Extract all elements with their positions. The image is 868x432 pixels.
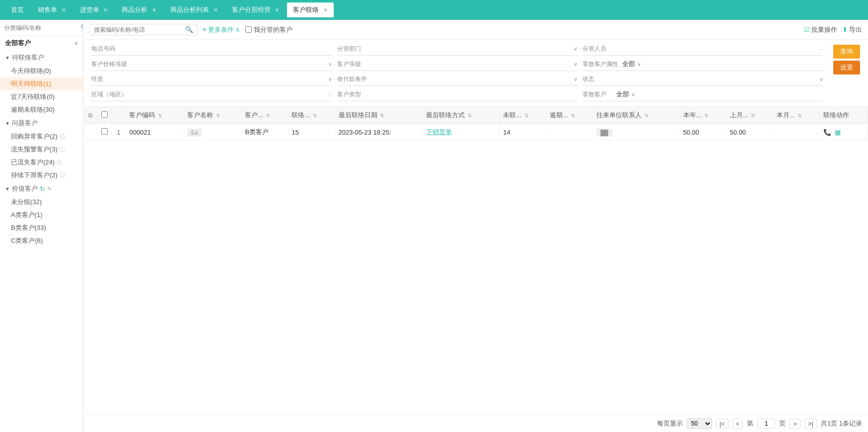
more-conditions-btn[interactable]: ≡ 更多条件 ∧ (203, 25, 240, 34)
sidebar-item-class-b[interactable]: B类客户(33) (0, 221, 83, 234)
sort-last-date[interactable]: ⇅ (380, 113, 384, 118)
info-icon-3: ⓘ (57, 159, 62, 166)
price-level-arrow[interactable]: ∨ (328, 61, 332, 68)
value-refresh-icon[interactable]: ↻ (40, 185, 45, 193)
row-contacts: 15 (289, 124, 335, 141)
sort-code[interactable]: ⇅ (158, 113, 162, 118)
nav-purchase[interactable]: 进货单 ✕ (74, 2, 114, 17)
col-last-date: 最后联络日期 ⇅ (335, 107, 423, 124)
nature-input[interactable] (125, 76, 328, 83)
export-btn[interactable]: ⬆ 导出 (842, 25, 862, 34)
sort-contacts[interactable]: ⇅ (313, 113, 317, 118)
sidebar-item-class-a[interactable]: A类客户(1) (0, 209, 83, 221)
customer-level-input[interactable] (371, 61, 574, 68)
sidebar-item-7days[interactable]: 近7天待联络(0) (0, 90, 83, 103)
status-input[interactable] (616, 76, 819, 83)
select-all-checkbox[interactable] (101, 111, 108, 118)
next-page-btn[interactable]: > (790, 419, 800, 429)
sidebar-item-class-c[interactable]: C类客户(6) (0, 234, 83, 247)
sidebar-item-overdue[interactable]: 逾期未联络(30) (0, 103, 83, 116)
prev-page-btn[interactable]: < (732, 419, 743, 429)
sort-last-month[interactable]: ⇅ (751, 113, 755, 118)
batch-ops-btn[interactable]: ☑ 批量操作 (804, 25, 837, 34)
nav-customer-contact-close[interactable]: ✕ (323, 7, 328, 13)
my-customers-checkbox-wrap[interactable]: 我分管的客户 (245, 25, 292, 34)
call-action-icon[interactable]: 📞 (823, 129, 831, 136)
value-edit-icon[interactable]: ✎ (47, 186, 52, 192)
sidebar-item-repurchase[interactable]: 回购异常客户(2) ⓘ (0, 130, 83, 143)
sidebar-search-input[interactable] (4, 24, 78, 31)
sort-name[interactable]: ⇅ (216, 113, 220, 118)
sort-this-year[interactable]: ⇅ (704, 113, 708, 118)
sort-this-month[interactable]: ⇅ (797, 113, 801, 118)
nav-product-analysis[interactable]: 商品分析 ✕ (116, 2, 162, 17)
page-number-input[interactable] (757, 419, 775, 429)
page-size-label: 每页显示 (657, 419, 683, 428)
col-code: 客户编码 ⇅ (126, 107, 184, 124)
export-icon: ⬆ (842, 26, 848, 33)
search-input[interactable] (94, 26, 183, 33)
my-customers-checkbox[interactable] (245, 26, 252, 33)
col-overdue: 逾期... ⇅ (547, 107, 593, 124)
dept-input[interactable] (371, 46, 574, 53)
region-label: 区域（地区） (91, 90, 127, 99)
retail-attr-arrow[interactable]: ∨ (637, 61, 641, 68)
status-arrow[interactable]: ∨ (819, 76, 823, 82)
col-unit-contact: 往来单位联系人 ⇅ (593, 107, 680, 124)
search-input-wrap: 🔍 (89, 24, 198, 35)
sort-type[interactable]: ⇅ (266, 113, 270, 118)
search-execute-icon[interactable]: 🔍 (185, 26, 193, 33)
gear-icon[interactable]: ⚙ (87, 112, 93, 119)
sidebar-item-ungrouped[interactable]: 未分组(32) (0, 196, 83, 209)
customer-level-arrow[interactable]: ∨ (574, 61, 578, 68)
info-icon-2: ⓘ (60, 146, 65, 153)
qr-action-icon[interactable]: ▦ (835, 129, 841, 136)
customer-type-input[interactable] (371, 91, 578, 98)
nav-product-list-close[interactable]: ✕ (214, 7, 218, 13)
sort-last-method[interactable]: ⇅ (468, 113, 472, 118)
query-button[interactable]: 查询 (833, 45, 860, 59)
nav-sales[interactable]: 销售单 ✕ (32, 2, 72, 17)
sidebar-item-churned[interactable]: 已流失客户(24) ⓘ (0, 156, 83, 169)
nav-product-analysis-list[interactable]: 商品分析列表 ✕ (164, 2, 224, 17)
payment-input[interactable] (371, 76, 574, 83)
filter-row-1: 电话号码 分管部门 ∨ 分管人员 ··· (91, 45, 823, 56)
last-method-link[interactable]: 下销货单 (426, 128, 452, 136)
phone-input[interactable] (125, 46, 332, 53)
retail-arrow[interactable]: ∨ (631, 91, 635, 98)
price-level-label: 客户价格等级 (91, 60, 127, 69)
nature-arrow[interactable]: ∨ (328, 76, 332, 82)
nav-product-analysis-close[interactable]: ✕ (152, 7, 156, 13)
sidebar-all-customers[interactable]: 全部客户 « (0, 36, 83, 51)
col-check (97, 107, 111, 124)
sidebar-item-today[interactable]: 今天待联络(0) (0, 65, 83, 77)
dept-arrow[interactable]: ∨ (574, 46, 578, 52)
sort-unit-contact[interactable]: ⇅ (645, 113, 649, 118)
person-dots[interactable]: ··· (819, 46, 823, 52)
nav-customer-tier[interactable]: 客户分层经营 ✕ (226, 2, 286, 17)
row-checkbox[interactable] (101, 128, 108, 135)
region-input[interactable] (131, 91, 328, 98)
sidebar-item-churn-warn[interactable]: 流失预警客户(3) ⓘ (0, 143, 83, 156)
payment-arrow[interactable]: ∨ (574, 76, 578, 82)
nav-purchase-close[interactable]: ✕ (103, 7, 108, 13)
sidebar-item-tomorrow[interactable]: 明天待联络(1) (0, 77, 83, 90)
sort-uncontacted[interactable]: ⇅ (524, 113, 528, 118)
page-size-select[interactable]: 50 100 200 (687, 418, 712, 429)
filter-status: 状态 ∨ (582, 75, 823, 86)
sidebar-item-declining[interactable]: 持续下滑客户(2) ⓘ (0, 169, 83, 182)
region-dots[interactable]: ··· (328, 91, 332, 97)
nav-customer-contact[interactable]: 客户联络 ✕ (287, 2, 334, 17)
sort-overdue[interactable]: ⇅ (571, 113, 575, 118)
nav-customer-tier-close[interactable]: ✕ (275, 7, 279, 13)
filter-row-2: 客户价格等级 ∨ 客户等级 ∨ 零散客户属性 全部 ∨ (91, 60, 823, 71)
last-page-btn[interactable]: >| (804, 419, 817, 429)
sidebar-search-wrap: 🔍 (0, 20, 83, 36)
person-input[interactable] (616, 46, 819, 53)
nav-sales-close[interactable]: ✕ (62, 7, 66, 13)
nav-home[interactable]: 首页 (5, 2, 30, 17)
settings-button[interactable]: 设置 (833, 61, 860, 74)
price-level-input[interactable] (131, 61, 328, 68)
first-page-btn[interactable]: |< (716, 419, 728, 429)
sidebar-pending-group: ▼ 待联络客户 (0, 51, 83, 65)
